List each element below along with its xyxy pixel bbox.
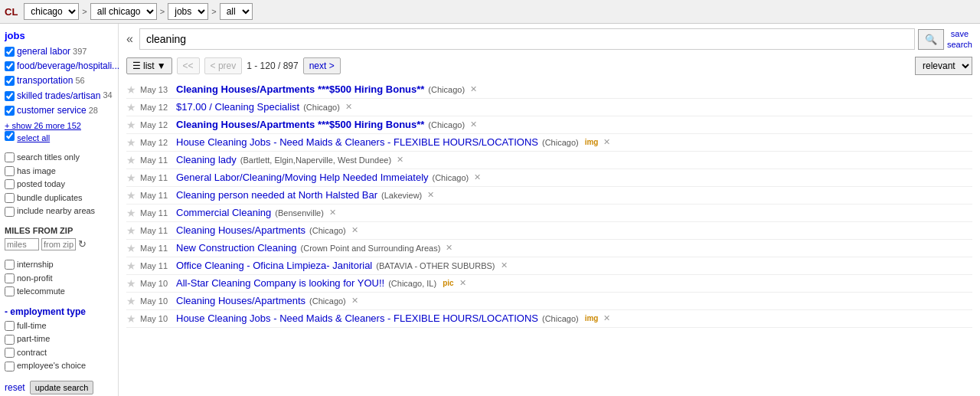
listing-title[interactable]: All-Star Cleaning Company is looking for… <box>176 277 384 289</box>
zip-input[interactable] <box>41 238 76 250</box>
checkbox-select-all[interactable] <box>5 131 15 141</box>
search-button[interactable]: 🔍 <box>918 29 944 50</box>
checkbox-general-labor[interactable] <box>5 47 15 57</box>
filter-titles-only: search titles only <box>5 151 113 165</box>
next-page-button[interactable]: next > <box>303 57 341 74</box>
close-icon[interactable]: ✕ <box>501 260 508 270</box>
checkbox-skilled[interactable] <box>5 91 15 101</box>
listing-date: May 10 <box>140 279 172 288</box>
checkbox-nonprofit[interactable] <box>5 273 15 283</box>
listing-location: (Chicago) <box>309 226 346 235</box>
listing-title[interactable]: General Labor/Cleaning/Moving Help Neede… <box>176 172 429 183</box>
close-icon[interactable]: ✕ <box>470 119 477 129</box>
listing-title[interactable]: Cleaning person needed at North Halsted … <box>176 189 377 201</box>
checkbox-parttime[interactable] <box>5 335 15 345</box>
show-more-link[interactable]: + show 26 more 152 <box>5 121 81 130</box>
sidebar-label-food[interactable]: food/beverage/hospitali... <box>17 59 119 74</box>
checkbox-customer[interactable] <box>5 106 15 116</box>
star-icon[interactable]: ★ <box>126 207 136 219</box>
checkbox-has-image[interactable] <box>5 166 15 176</box>
close-icon[interactable]: ✕ <box>603 313 610 323</box>
close-icon[interactable]: ✕ <box>351 296 358 306</box>
checkbox-fulltime[interactable] <box>5 321 15 331</box>
close-icon[interactable]: ✕ <box>603 137 610 147</box>
listing-location: (Chicago) <box>303 103 340 112</box>
close-icon[interactable]: ✕ <box>470 84 477 94</box>
listing-title[interactable]: New Construction Cleaning <box>176 242 297 254</box>
search-input[interactable] <box>139 28 915 50</box>
miles-input[interactable] <box>5 238 39 250</box>
checkbox-telecommute[interactable] <box>5 286 15 296</box>
region-select[interactable]: all chicago <box>90 3 157 20</box>
star-icon[interactable]: ★ <box>126 313 136 325</box>
subcategory-select[interactable]: all <box>220 3 253 20</box>
checkbox-contract[interactable] <box>5 348 15 358</box>
star-icon[interactable]: ★ <box>126 154 136 166</box>
prev-page-button[interactable]: < prev <box>204 57 243 74</box>
listing-title[interactable]: Commercial Cleaning <box>176 207 271 218</box>
star-icon[interactable]: ★ <box>126 277 136 290</box>
star-icon[interactable]: ★ <box>126 295 136 307</box>
star-icon[interactable]: ★ <box>126 172 136 184</box>
star-icon[interactable]: ★ <box>126 242 136 254</box>
category-select[interactable]: jobs <box>168 3 208 20</box>
save-label[interactable]: save <box>947 28 972 39</box>
sidebar-label-customer[interactable]: customer service <box>17 103 87 118</box>
close-icon[interactable]: ✕ <box>397 155 403 165</box>
star-icon[interactable]: ★ <box>126 83 136 96</box>
checkbox-bundle-dupes[interactable] <box>5 193 15 203</box>
checkbox-employee-choice[interactable] <box>5 362 15 371</box>
listing-title[interactable]: Cleaning lady <box>176 154 237 165</box>
checkbox-transportation[interactable] <box>5 76 15 86</box>
listing-location: (Bensenville) <box>275 208 324 218</box>
close-icon[interactable]: ✕ <box>474 172 481 182</box>
first-page-button[interactable]: << <box>177 57 200 74</box>
listing-title[interactable]: Office Cleaning - Oficina Limpieza- Jani… <box>176 260 372 271</box>
job-type-section: internship non-profit telecommute <box>5 258 113 299</box>
listing-title[interactable]: Cleaning Houses/Apartments ***$500 Hirin… <box>176 83 424 95</box>
listing-date: May 12 <box>140 103 172 112</box>
star-icon[interactable]: ★ <box>126 136 136 149</box>
controls-row: ☰ list ▼ << < prev 1 - 120 / 897 next > … <box>126 57 972 75</box>
sidebar-label-skilled[interactable]: skilled trades/artisan <box>17 89 100 103</box>
close-icon[interactable]: ✕ <box>345 102 352 112</box>
star-icon[interactable]: ★ <box>126 260 136 272</box>
checkbox-posted-today[interactable] <box>5 179 15 189</box>
star-icon[interactable]: ★ <box>126 101 136 113</box>
update-search-button[interactable]: update search <box>30 381 94 394</box>
reset-button[interactable]: reset <box>5 381 25 394</box>
list-label: list <box>143 61 155 71</box>
sidebar-label-general-labor[interactable]: general labor <box>17 44 70 59</box>
location-select[interactable]: chicago <box>24 3 79 20</box>
close-icon[interactable]: ✕ <box>459 278 466 288</box>
listing-title[interactable]: House Cleaning Jobs - Need Maids & Clean… <box>176 136 538 148</box>
checkbox-internship[interactable] <box>5 260 15 270</box>
select-all-link[interactable]: select all <box>17 133 50 142</box>
save-search[interactable]: save search <box>947 28 972 51</box>
refresh-icon[interactable]: ↻ <box>78 238 87 250</box>
close-icon[interactable]: ✕ <box>351 225 358 235</box>
checkbox-titles-only[interactable] <box>5 152 15 162</box>
star-icon[interactable]: ★ <box>126 224 136 237</box>
search-label[interactable]: search <box>947 39 972 50</box>
listing-title[interactable]: Cleaning Houses/Apartments ***$500 Hirin… <box>176 119 424 130</box>
sidebar-filters: search titles only has image posted toda… <box>5 151 113 218</box>
checkbox-nearby[interactable] <box>5 207 15 217</box>
employment-type-label[interactable]: - employment type <box>5 306 113 317</box>
listing-title[interactable]: House Cleaning Jobs - Need Maids & Clean… <box>176 313 538 324</box>
sidebar-item-transportation: transportation 56 <box>5 74 113 88</box>
star-icon[interactable]: ★ <box>126 189 136 201</box>
checkbox-food[interactable] <box>5 61 15 71</box>
sidebar-label-transportation[interactable]: transportation <box>17 74 73 88</box>
collapse-icon[interactable]: « <box>126 32 133 46</box>
star-icon[interactable]: ★ <box>126 119 136 131</box>
close-icon[interactable]: ✕ <box>427 190 434 200</box>
close-icon[interactable]: ✕ <box>329 208 336 218</box>
sidebar-section-title: jobs <box>5 30 113 41</box>
listing-title[interactable]: $17.00 / Cleaning Specialist <box>176 101 299 113</box>
sort-select[interactable]: relevant newest oldest <box>915 57 972 75</box>
listing-title[interactable]: Cleaning Houses/Apartments <box>176 224 305 236</box>
list-view-button[interactable]: ☰ list ▼ <box>126 57 172 74</box>
listing-title[interactable]: Cleaning Houses/Apartments <box>176 295 305 306</box>
close-icon[interactable]: ✕ <box>446 243 452 253</box>
